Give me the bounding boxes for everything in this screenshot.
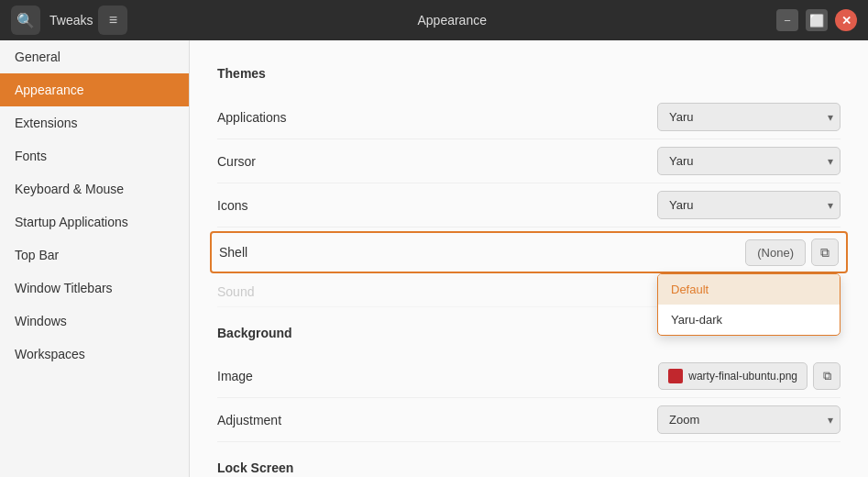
icons-dropdown[interactable]: Yaru ▾: [657, 191, 841, 219]
bg-image-thumbnail: [668, 369, 683, 383]
sidebar-item-appearance[interactable]: Appearance: [0, 73, 189, 106]
window-title: Appearance: [127, 13, 776, 28]
sidebar-item-fonts[interactable]: Fonts: [0, 139, 189, 172]
search-icon: 🔍: [16, 12, 35, 29]
bg-adjustment-dropdown[interactable]: Zoom ▾: [657, 405, 841, 434]
sidebar-item-startup-applications[interactable]: Startup Applications: [0, 205, 189, 238]
shell-copy-button[interactable]: ⧉: [811, 238, 839, 266]
cursor-select[interactable]: Yaru: [657, 147, 841, 175]
menu-button[interactable]: ≡: [98, 6, 127, 35]
shell-label: Shell: [219, 245, 745, 260]
sidebar-item-extensions[interactable]: Extensions: [0, 106, 189, 139]
app-name: Tweaks: [49, 13, 93, 28]
sidebar: General Appearance Extensions Fonts Keyb…: [0, 40, 190, 477]
icons-label: Icons: [217, 198, 657, 213]
bg-image-filename: warty-final-ubuntu.png: [688, 370, 797, 383]
bg-image-value-wrapper: warty-final-ubuntu.png ⧉: [658, 362, 841, 390]
sidebar-item-top-bar[interactable]: Top Bar: [0, 238, 189, 272]
bg-adjustment-label: Adjustment: [217, 413, 657, 427]
sidebar-item-windows[interactable]: Windows: [0, 305, 189, 338]
sidebar-item-window-titlebars[interactable]: Window Titlebars: [0, 272, 189, 305]
shell-dropdown-popup: Default Yaru-dark: [657, 273, 841, 336]
cursor-dropdown[interactable]: Yaru ▾: [657, 147, 841, 175]
applications-row: Applications Yaru ▾: [217, 95, 841, 139]
bg-adjustment-row: Adjustment Zoom ▾: [217, 398, 841, 442]
shell-option-default[interactable]: Default: [658, 274, 840, 305]
menu-icon: ≡: [109, 12, 117, 28]
maximize-button[interactable]: ⬜: [806, 9, 828, 31]
bg-image-copy-button[interactable]: ⧉: [813, 362, 841, 390]
bg-image-display[interactable]: warty-final-ubuntu.png: [658, 362, 808, 390]
cursor-label: Cursor: [217, 154, 657, 169]
shell-value-wrapper: (None) ⧉: [745, 238, 839, 266]
icons-select[interactable]: Yaru: [657, 191, 841, 219]
shell-none-value: (None): [745, 239, 806, 266]
bg-adjustment-select[interactable]: Zoom: [657, 405, 841, 434]
close-button[interactable]: ✕: [835, 9, 857, 31]
main-content: Themes Applications Yaru ▾ Cursor Yaru ▾: [190, 40, 868, 477]
bg-image-row: Image warty-final-ubuntu.png ⧉: [217, 355, 841, 398]
shell-option-yaru-dark[interactable]: Yaru-dark: [658, 305, 840, 335]
sidebar-item-workspaces[interactable]: Workspaces: [0, 338, 189, 371]
shell-row: Shell (None) ⧉: [210, 231, 848, 273]
minimize-button[interactable]: −: [776, 9, 798, 31]
window-controls: − ⬜ ✕: [776, 9, 857, 31]
lock-section-title: Lock Screen: [217, 460, 841, 475]
applications-dropdown[interactable]: Yaru ▾: [657, 103, 841, 131]
sidebar-item-keyboard-mouse[interactable]: Keyboard & Mouse: [0, 172, 189, 205]
search-button[interactable]: 🔍: [11, 6, 40, 35]
applications-label: Applications: [217, 110, 657, 125]
themes-section-title: Themes: [217, 66, 841, 81]
icons-row: Icons Yaru ▾: [217, 183, 841, 227]
bg-image-label: Image: [217, 369, 658, 383]
cursor-row: Cursor Yaru ▾: [217, 139, 841, 183]
applications-select[interactable]: Yaru: [657, 103, 841, 131]
app-body: General Appearance Extensions Fonts Keyb…: [0, 40, 868, 477]
copy-icon-2: ⧉: [823, 369, 831, 383]
titlebar: 🔍 Tweaks ≡ Appearance − ⬜ ✕: [0, 0, 868, 40]
sidebar-item-general[interactable]: General: [0, 40, 189, 73]
copy-icon: ⧉: [820, 245, 830, 261]
